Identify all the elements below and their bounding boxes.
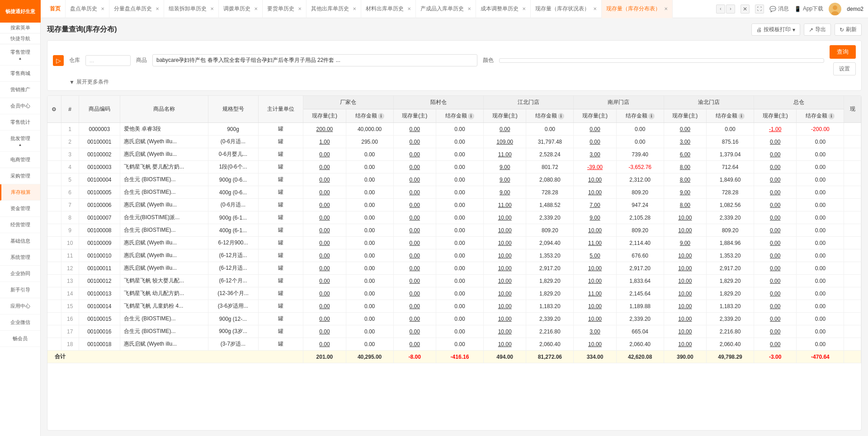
factory-qty-cell[interactable]: 0.00 bbox=[303, 186, 346, 199]
total-qty-cell[interactable]: 0.00 bbox=[754, 287, 797, 300]
sidebar-item-畅会员[interactable]: 畅会员 bbox=[0, 331, 40, 347]
warehouse-input[interactable]: ... bbox=[85, 55, 131, 66]
query-btn[interactable]: 查询 bbox=[830, 45, 856, 59]
refresh-btn[interactable]: ↻ 刷新 bbox=[835, 23, 862, 36]
yubei-qty-cell[interactable]: 9.00 bbox=[664, 237, 707, 249]
total-qty-cell[interactable]: -1.00 bbox=[754, 123, 797, 136]
factory-qty-cell[interactable]: 1.00 bbox=[303, 136, 346, 148]
total-qty-cell[interactable]: 0.00 bbox=[754, 199, 797, 211]
tab-close-8[interactable]: ✕ bbox=[467, 6, 471, 11]
yubei-qty-cell[interactable]: 0.00 bbox=[664, 123, 707, 136]
jiangbei-qty-cell[interactable]: 10.00 bbox=[483, 224, 526, 237]
nanan-qty-cell[interactable]: -39.00 bbox=[574, 161, 617, 173]
total-qty-cell[interactable]: 0.00 bbox=[754, 313, 797, 325]
tab-close-6[interactable]: ✕ bbox=[353, 6, 356, 11]
nanan-qty-cell[interactable]: 10.00 bbox=[574, 300, 617, 313]
nanan-qty-cell[interactable]: 11.00 bbox=[574, 287, 617, 300]
factory-qty-cell[interactable]: 200.00 bbox=[303, 123, 346, 136]
yubei-qty-cell[interactable]: 10.00 bbox=[664, 287, 707, 300]
sidebar-item-基础信息[interactable]: 基础信息 bbox=[0, 233, 40, 249]
factory-qty-cell[interactable]: 0.00 bbox=[303, 211, 346, 224]
yubei-qty-cell[interactable]: 10.00 bbox=[664, 224, 707, 237]
nav-prev-btn[interactable]: ‹ bbox=[716, 5, 725, 14]
factory-qty-cell[interactable]: 0.00 bbox=[303, 313, 346, 325]
mocun-qty-cell[interactable]: 0.00 bbox=[393, 161, 436, 173]
mocun-qty-cell[interactable]: 0.00 bbox=[393, 287, 436, 300]
factory-qty-cell[interactable]: 0.00 bbox=[303, 199, 346, 211]
mocun-qty-cell[interactable]: 0.00 bbox=[393, 123, 436, 136]
sidebar-quick-nav[interactable]: 快捷导航 bbox=[0, 33, 40, 44]
factory-qty-cell[interactable]: 0.00 bbox=[303, 300, 346, 313]
jiangbei-qty-cell[interactable]: 10.00 bbox=[483, 338, 526, 351]
total-qty-cell[interactable]: 0.00 bbox=[754, 224, 797, 237]
sidebar-item-库存核算[interactable]: 库存核算 bbox=[0, 184, 40, 201]
nanan-qty-cell[interactable]: 10.00 bbox=[574, 173, 617, 186]
factory-qty-cell[interactable]: 0.00 bbox=[303, 173, 346, 186]
factory-qty-cell[interactable]: 0.00 bbox=[303, 224, 346, 237]
total-qty-cell[interactable]: 0.00 bbox=[754, 262, 797, 275]
yubei-amt-info-icon[interactable]: ℹ bbox=[738, 113, 745, 119]
mocun-qty-cell[interactable]: 0.00 bbox=[393, 300, 436, 313]
jiangbei-qty-cell[interactable]: 11.00 bbox=[483, 148, 526, 161]
tab-10[interactable]: 现存量（库存状况表）✕ bbox=[531, 0, 602, 18]
jiangbei-qty-cell[interactable]: 10.00 bbox=[483, 275, 526, 287]
tab-close-3[interactable]: ✕ bbox=[210, 6, 214, 11]
jiangbei-qty-cell[interactable]: 9.00 bbox=[483, 186, 526, 199]
tab-close-7[interactable]: ✕ bbox=[407, 6, 411, 11]
mocun-qty-cell[interactable]: 0.00 bbox=[393, 237, 436, 249]
mocun-qty-cell[interactable]: 0.00 bbox=[393, 136, 436, 148]
nanan-qty-cell[interactable]: 3.00 bbox=[574, 148, 617, 161]
tab-close-1[interactable]: ✕ bbox=[101, 6, 104, 11]
total-qty-cell[interactable]: 0.00 bbox=[754, 300, 797, 313]
yubei-qty-cell[interactable]: 8.00 bbox=[664, 173, 707, 186]
mocun-qty-cell[interactable]: 0.00 bbox=[393, 199, 436, 211]
nanan-qty-cell[interactable]: 10.00 bbox=[574, 338, 617, 351]
yubei-qty-cell[interactable]: 10.00 bbox=[664, 300, 707, 313]
settings-btn[interactable]: 设置 bbox=[833, 62, 856, 75]
sidebar-item-会员中心[interactable]: 会员中心 bbox=[0, 98, 40, 114]
tab-9[interactable]: 成本调整单历史✕ bbox=[476, 0, 531, 18]
jiangbei-qty-cell[interactable]: 9.00 bbox=[483, 173, 526, 186]
nanan-qty-cell[interactable]: 10.00 bbox=[574, 186, 617, 199]
avatar[interactable] bbox=[829, 3, 841, 15]
factory-qty-cell[interactable]: 0.00 bbox=[303, 325, 346, 338]
tab-close-2[interactable]: ✕ bbox=[156, 6, 159, 11]
yubei-qty-cell[interactable]: 10.00 bbox=[664, 325, 707, 338]
total-qty-cell[interactable]: 0.00 bbox=[754, 275, 797, 287]
tab-11[interactable]: 现存量（库存分布表）✕ bbox=[602, 0, 673, 18]
tab-0[interactable]: 首页 bbox=[45, 0, 66, 18]
nanan-qty-cell[interactable]: 9.00 bbox=[574, 211, 617, 224]
total-qty-cell[interactable]: 0.00 bbox=[754, 186, 797, 199]
mocun-qty-cell[interactable]: 0.00 bbox=[393, 275, 436, 287]
tab-close-9[interactable]: ✕ bbox=[522, 6, 526, 11]
print-btn[interactable]: 🖨 按模板打印 ▾ bbox=[751, 23, 800, 36]
nanan-qty-cell[interactable]: 3.00 bbox=[574, 325, 617, 338]
tab-6[interactable]: 其他出库单历史✕ bbox=[307, 0, 361, 18]
sidebar-item-新手引导[interactable]: 新手引导 bbox=[0, 282, 40, 298]
total-amt-info-icon[interactable]: ℹ bbox=[828, 113, 835, 119]
product-input[interactable]: babycare孕妇待产包 春季入院全套母子组合孕妇产后冬季月子用品 22件套 … bbox=[152, 54, 477, 66]
expand-btn[interactable]: ⛶ bbox=[755, 5, 764, 14]
sidebar-item-采购管理[interactable]: 采购管理 bbox=[0, 168, 40, 184]
table-scroll[interactable]: ⚙ # 商品编码 商品名称 规格型号 主计量单位 厂家仓 陌村仓 江北门店 南岸… bbox=[47, 96, 861, 430]
sidebar-search[interactable]: 搜索英单 bbox=[0, 23, 40, 33]
total-qty-cell[interactable]: 0.00 bbox=[754, 161, 797, 173]
sidebar-item-营销推广[interactable]: 营销推广 bbox=[0, 82, 40, 98]
sidebar-item-零售统计[interactable]: 零售统计 bbox=[0, 114, 40, 131]
factory-qty-cell[interactable]: 0.00 bbox=[303, 161, 346, 173]
tab-close-11[interactable]: ✕ bbox=[664, 6, 668, 11]
tab-close-5[interactable]: ✕ bbox=[298, 6, 302, 11]
yubei-qty-cell[interactable]: 3.00 bbox=[664, 136, 707, 148]
nanan-qty-cell[interactable]: 0.00 bbox=[574, 123, 617, 136]
expand-conditions-btn[interactable]: ▼ 展开更多条件 bbox=[69, 78, 856, 86]
jiangbei-qty-cell[interactable]: 10.00 bbox=[483, 300, 526, 313]
yubei-qty-cell[interactable]: 9.00 bbox=[664, 186, 707, 199]
jiangbei-qty-cell[interactable]: 10.00 bbox=[483, 313, 526, 325]
factory-qty-cell[interactable]: 0.00 bbox=[303, 287, 346, 300]
yubei-qty-cell[interactable]: 10.00 bbox=[664, 262, 707, 275]
yubei-qty-cell[interactable]: 10.00 bbox=[664, 313, 707, 325]
nanan-amt-info-icon[interactable]: ℹ bbox=[648, 113, 655, 119]
jiangbei-amt-info-icon[interactable]: ℹ bbox=[558, 113, 564, 119]
jiangbei-qty-cell[interactable]: 9.00 bbox=[483, 161, 526, 173]
tab-close-10[interactable]: ✕ bbox=[593, 6, 597, 11]
